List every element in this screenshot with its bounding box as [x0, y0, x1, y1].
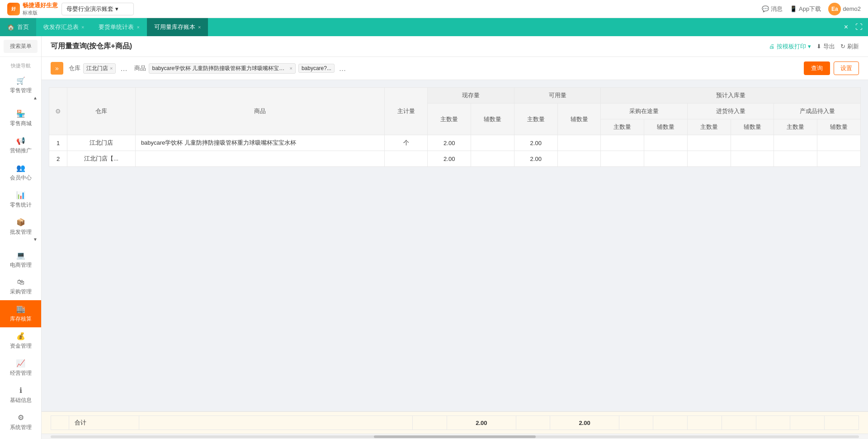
footer-product-main — [790, 416, 825, 430]
cell-incoming-main — [687, 151, 731, 167]
tab-available-close[interactable]: × — [198, 24, 201, 30]
col-avail-sub-header: 辅数量 — [557, 104, 601, 135]
expand-btn[interactable]: ⛶ — [854, 21, 864, 33]
settings-icon[interactable]: ⚙ — [55, 108, 61, 115]
search-menu-btn[interactable]: 搜索菜单 — [4, 40, 38, 53]
chevron-down-icon: ▾ — [115, 5, 118, 12]
table-row: 2 江北门店【... 2.00 2.00 — [49, 151, 861, 167]
footer-purchase-sub — [688, 416, 722, 430]
sidebar-item-retail-mall[interactable]: 🏪 零售商城 — [0, 105, 41, 132]
refresh-icon: ↻ — [840, 43, 845, 50]
arrow-icon: ▲ — [33, 95, 38, 100]
footer-unit-cell — [413, 416, 447, 430]
col-product-subheader: 产成品待入量 — [774, 104, 861, 119]
col-purchase-subheader: 采购在途量 — [601, 104, 688, 119]
inventory-icon: 🏬 — [16, 305, 25, 313]
sidebar-item-wholesale[interactable]: 📦 批发管理 ▼ — [0, 213, 41, 246]
sidebar-item-finance[interactable]: 💰 资金管理 — [0, 327, 41, 354]
product-more[interactable]: ... — [337, 64, 348, 73]
warehouse-tag[interactable]: 江北门店 × — [83, 63, 116, 74]
footer-purchase-main — [653, 416, 688, 430]
cell-warehouse: 江北门店【... — [67, 151, 136, 167]
footer-current-sub — [516, 416, 550, 430]
col-unit-header: 主计量 — [384, 88, 428, 135]
member-icon: 👥 — [16, 164, 25, 172]
sidebar-item-system[interactable]: ⚙ 系统管理 — [0, 409, 41, 436]
sidebar-item-retail-mgmt[interactable]: 🛒 零售管理 ▲ — [0, 72, 41, 105]
sidebar-item-operations[interactable]: 📈 经营管理 — [0, 354, 41, 382]
query-btn[interactable]: 查询 — [804, 61, 830, 75]
scroll-track — [51, 435, 859, 438]
nav-tabs: 🏠 首页 收发存汇总表 × 要货单统计表 × 可用量库存账本 × × ⛶ — [0, 18, 868, 36]
setting-btn[interactable]: 设置 — [834, 61, 859, 75]
app-download-btn[interactable]: 📱 App下载 — [790, 5, 821, 13]
cell-avail-sub — [557, 135, 601, 151]
phone-icon: 📱 — [790, 5, 797, 12]
sidebar: 搜索菜单 快捷导航 🛒 零售管理 ▲ 🏪 零售商城 📢 营销推广 👥 会员中心 — [0, 36, 42, 439]
product-tag2[interactable]: babycare?... — [298, 64, 335, 73]
filter-toggle-btn[interactable]: » — [51, 62, 63, 75]
col-current-main-header: 主数量 — [428, 104, 471, 135]
top-header: 好 畅捷通好生意 标准版 母婴行业演示账套 ▾ 💬 消息 📱 App下载 Ea … — [0, 0, 868, 18]
sidebar-item-enterprise[interactable]: 🤝 企业协同 — [0, 436, 41, 439]
user-area[interactable]: Ea demo2 — [828, 3, 861, 15]
cell-no: 2 — [49, 151, 67, 167]
tab-available-label: 可用量库存账本 — [154, 23, 195, 31]
sidebar-item-member[interactable]: 👥 会员中心 — [0, 159, 41, 186]
warehouse-tag-remove[interactable]: × — [110, 66, 113, 71]
tab-order-stats[interactable]: 要货单统计表 × — [91, 18, 146, 36]
product-tag1-remove[interactable]: × — [289, 66, 292, 71]
sidebar-item-basic-info[interactable]: ℹ 基础信息 — [0, 382, 41, 409]
cell-unit: 个 — [384, 135, 428, 151]
cell-product — [135, 151, 384, 167]
org-selector[interactable]: 母婴行业演示账套 ▾ — [61, 3, 134, 15]
retail-stats-icon: 📊 — [16, 191, 25, 199]
finance-icon: 💰 — [16, 332, 25, 340]
cell-purchase-sub — [644, 135, 688, 151]
message-btn[interactable]: 💬 消息 — [762, 5, 783, 13]
sidebar-nav: 快捷导航 🛒 零售管理 ▲ 🏪 零售商城 📢 营销推广 👥 会员中心 📊 — [0, 57, 41, 439]
tab-home[interactable]: 🏠 首页 — [0, 18, 36, 36]
col-avail-main-header: 主数量 — [514, 104, 557, 135]
tab-order-close[interactable]: × — [137, 24, 139, 30]
col-current-stock-header: 现存量 — [428, 88, 514, 104]
sidebar-item-purchase[interactable]: 🛍 采购管理 — [0, 274, 41, 300]
col-settings: ⚙ — [49, 88, 67, 135]
warehouse-more[interactable]: ... — [118, 64, 129, 73]
sidebar-item-marketing[interactable]: 📢 营销推广 — [0, 132, 41, 159]
tab-income-summary[interactable]: 收发存汇总表 × — [36, 18, 91, 36]
product-tag1-text: babycare学饮杯 儿童防摔防撞吸管杯重力球吸嘴杯宝宝水杯 — [152, 65, 288, 72]
export-btn[interactable]: ⬇ 导出 — [816, 42, 835, 51]
col-product-main-header: 主数量 — [774, 119, 817, 135]
wholesale-icon: 📦 — [16, 218, 25, 227]
print-chevron: ▾ — [808, 43, 811, 50]
footer-row: 合计 2.00 2.00 — [51, 416, 859, 430]
tab-order-label: 要货单统计表 — [99, 23, 134, 31]
filter-actions: 查询 设置 — [804, 61, 859, 75]
scroll-thumb[interactable] — [374, 435, 536, 438]
print-label: 按模板打印 — [777, 42, 806, 51]
sidebar-item-inventory[interactable]: 🏬 库存核算 — [0, 300, 41, 327]
tab-income-label: 收发存汇总表 — [43, 23, 79, 31]
close-all-btn[interactable]: × — [842, 21, 850, 33]
product-tag1[interactable]: babycare学饮杯 儿童防摔防撞吸管杯重力球吸嘴杯宝宝水杯 × — [149, 63, 295, 74]
export-label: 导出 — [823, 42, 835, 51]
print-btn[interactable]: 🖨 按模板打印 ▾ — [769, 42, 811, 51]
cell-product-main — [774, 135, 817, 151]
cell-avail-main: 2.00 — [514, 151, 557, 167]
footer-product-sub — [825, 416, 859, 430]
cell-avail-sub — [557, 151, 601, 167]
sidebar-item-ecommerce[interactable]: 💻 电商管理 — [0, 246, 41, 274]
cell-incoming-sub — [731, 135, 774, 151]
tab-income-close[interactable]: × — [81, 24, 84, 30]
col-incoming-main-header: 主数量 — [687, 119, 731, 135]
sidebar-item-retail-stats[interactable]: 📊 零售统计 — [0, 186, 41, 213]
horizontal-scrollbar[interactable] — [42, 434, 868, 439]
basic-info-icon: ℹ — [19, 386, 22, 395]
footer-avail-main: 2.00 — [550, 416, 619, 430]
tab-available-stock[interactable]: 可用量库存账本 × — [147, 18, 208, 36]
warehouse-filter-group: 仓库 江北门店 × ... — [69, 63, 129, 74]
main-layout: 搜索菜单 快捷导航 🛒 零售管理 ▲ 🏪 零售商城 📢 营销推广 👥 会员中心 — [0, 36, 868, 439]
retail-mall-icon: 🏪 — [16, 109, 25, 118]
refresh-btn[interactable]: ↻ 刷新 — [840, 42, 859, 51]
